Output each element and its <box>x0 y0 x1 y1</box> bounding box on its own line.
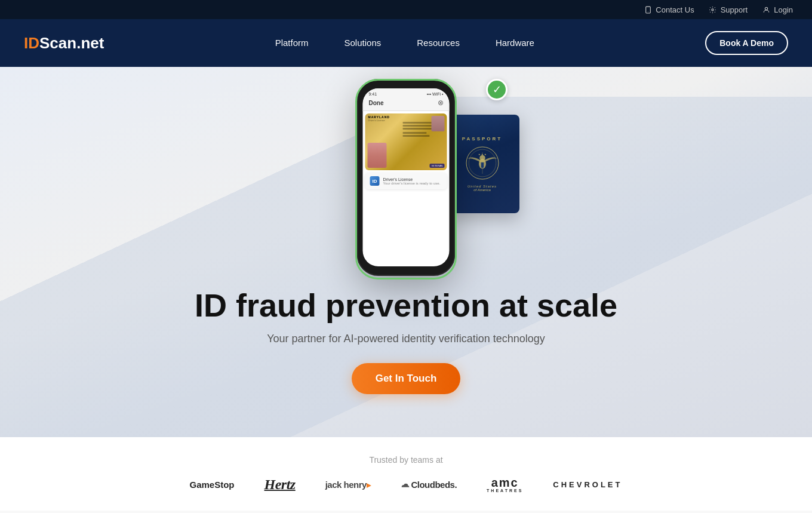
cloudbeds-logo: Cloudbeds. <box>400 480 457 490</box>
jack-henry-logo: jack henry▸ <box>325 480 371 490</box>
svg-text:★ ★ ★: ★ ★ ★ <box>478 153 487 156</box>
navbar: IDScan.net Platform Solutions Resources … <box>0 19 812 67</box>
support-link[interactable]: Support <box>709 5 748 14</box>
id-small-photo <box>432 116 445 131</box>
gamestop-logo: GameStop <box>190 480 235 490</box>
login-link[interactable]: Login <box>762 5 793 14</box>
settings-icon <box>709 5 717 14</box>
phone-done-label: Done <box>369 100 384 106</box>
phone-mockup: 9:41 ▪▪▪ WiFi ▪ Done ⊗ MARYLAND Driver's… <box>357 79 456 276</box>
hero-section: ✓ 9:41 ▪▪▪ WiFi ▪ Done ⊗ <box>0 67 812 437</box>
dl-info: Driver's License Your driver's license i… <box>383 177 441 185</box>
svg-point-7 <box>479 155 485 161</box>
hero-visual: ✓ 9:41 ▪▪▪ WiFi ▪ Done ⊗ <box>287 79 525 282</box>
trusted-label: Trusted by teams at <box>24 455 788 465</box>
hero-subtext: Your partner for AI-powered identity ver… <box>195 333 617 345</box>
id-card-photo <box>368 143 387 168</box>
id-card-mockup: MARYLAND Driver's License VETERAN <box>365 113 447 170</box>
dl-subtitle: Your driver's license is ready to use. <box>383 182 441 185</box>
amc-theatres-logo: amc THEATRES <box>487 477 523 493</box>
logo-id: ID <box>24 34 39 53</box>
passport-seal: ★ ★ ★ <box>465 145 500 181</box>
svg-rect-0 <box>646 7 651 13</box>
passport-mockup: PASSPORT ★ ★ ★ <box>445 115 519 213</box>
hero-text: ID fraud prevention at scale Your partne… <box>183 288 629 394</box>
chevrolet-logo: CHEVROLET <box>553 480 622 489</box>
phone-done-row: Done ⊗ <box>369 99 444 107</box>
phone-screen-top: 9:41 ▪▪▪ WiFi ▪ Done ⊗ <box>363 88 450 111</box>
dl-icon: ID <box>370 176 380 186</box>
book-demo-button[interactable]: Book A Demo <box>705 31 788 55</box>
logo[interactable]: IDScan.net <box>24 34 104 53</box>
nav-platform[interactable]: Platform <box>275 38 309 48</box>
top-bar: Contact Us Support Login <box>0 0 812 19</box>
nav-solutions[interactable]: Solutions <box>345 38 382 48</box>
phone-dl-card: ID Driver's License Your driver's licens… <box>365 173 447 189</box>
verified-badge: ✓ <box>486 79 508 100</box>
logo-net: .net <box>76 34 104 53</box>
nav-links: Platform Solutions Resources Hardware <box>275 38 534 48</box>
svg-point-3 <box>765 7 767 10</box>
phone-status-bar: 9:41 ▪▪▪ WiFi ▪ <box>369 92 444 96</box>
logo-scan: Scan <box>39 34 76 53</box>
passport-label: PASSPORT <box>462 136 502 142</box>
dl-title: Driver's License <box>383 177 441 182</box>
nav-resources[interactable]: Resources <box>417 38 460 48</box>
phone-icon <box>644 5 652 14</box>
phone-screen: 9:41 ▪▪▪ WiFi ▪ Done ⊗ MARYLAND Driver's… <box>363 88 450 266</box>
veteran-badge: VETERAN <box>430 164 445 168</box>
phone-time: 9:41 <box>369 92 377 96</box>
nav-hardware[interactable]: Hardware <box>496 38 534 48</box>
brand-logos-row: GameStop Hertz jack henry▸ Cloudbeds. am… <box>24 477 788 493</box>
passport-country-line2: of America <box>473 188 490 192</box>
hero-headline: ID fraud prevention at scale <box>195 288 617 323</box>
user-icon <box>762 5 770 14</box>
hertz-logo: Hertz <box>264 477 296 493</box>
phone-signal: ▪▪▪ WiFi ▪ <box>427 92 444 96</box>
trusted-section: Trusted by teams at GameStop Hertz jack … <box>0 437 812 511</box>
svg-point-2 <box>712 8 713 10</box>
get-in-touch-button[interactable]: Get In Touch <box>352 363 461 394</box>
phone-close: ⊗ <box>438 99 444 107</box>
contact-us-link[interactable]: Contact Us <box>644 5 694 14</box>
